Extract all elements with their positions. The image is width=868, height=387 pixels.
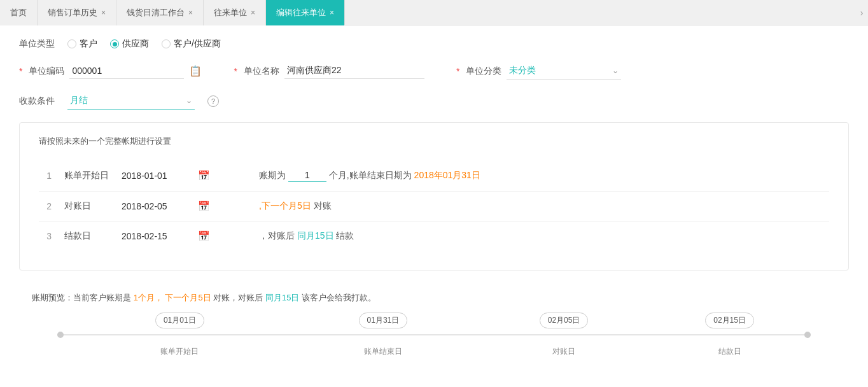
step-3-num: 3 xyxy=(39,222,58,251)
step-3-highlight: 同月15日 xyxy=(297,230,334,241)
timeline-node-1: 01月01日 账单开始日 xyxy=(155,313,204,357)
panel-title: 请按照未来的一个完整帐期进行设置 xyxy=(39,136,829,147)
tab-partner-units-label: 往来单位 xyxy=(214,7,247,18)
step-2-date: 2018-02-05 xyxy=(115,192,192,222)
step-1-label: 账单开始日 xyxy=(58,160,115,192)
timeline-node-4-label: 结款日 xyxy=(718,346,741,357)
unit-name-label: 单位名称 xyxy=(244,66,279,77)
payment-condition-value: 月结 xyxy=(70,95,183,106)
payment-condition-row: 收款条件 月结 ⌄ ? xyxy=(19,92,849,109)
tab-partner-units-close[interactable]: × xyxy=(251,8,255,17)
preview-middle2: 对账，对账后 xyxy=(213,293,263,302)
unit-category-group: * 单位分类 未分类 ⌄ xyxy=(456,62,621,80)
timeline-node-2: 01月31日 账单结束日 xyxy=(359,313,408,357)
step-1-end-date: 2018年01月31日 xyxy=(414,170,480,180)
step-1-calendar-icon[interactable]: 📅 xyxy=(198,170,210,181)
unit-code-input[interactable] xyxy=(69,63,184,79)
step-2-calendar-icon[interactable]: 📅 xyxy=(198,201,210,211)
unit-code-required: * xyxy=(19,66,22,76)
preview-highlight1: 1个月， xyxy=(134,293,163,302)
step-1-desc-after: 个月,账单结束日期为 xyxy=(329,170,412,180)
timeline-line: 01月01日 账单开始日 01月31日 账单结束日 02月05日 对账日 02月… xyxy=(57,325,811,344)
tab-sales-history-close[interactable]: × xyxy=(101,8,106,17)
payment-condition-dropdown[interactable]: 月结 ⌄ xyxy=(67,92,195,109)
unit-category-arrow-icon: ⌄ xyxy=(612,66,619,75)
payment-help-icon[interactable]: ? xyxy=(207,95,219,107)
preview-section: 账期预览：当前客户账期是 1个月， 下一个月5日 对账，对账后 同月15日 该客… xyxy=(19,283,849,313)
radio-supplier-label: 供应商 xyxy=(122,38,149,50)
unit-category-value: 未分类 xyxy=(509,65,610,76)
step-2-desc-after: 对账 xyxy=(314,201,332,211)
step-1-month-input[interactable] xyxy=(288,169,326,182)
tab-cash-work-label: 钱货日清工作台 xyxy=(127,7,185,18)
unit-category-label: 单位分类 xyxy=(466,66,501,77)
step-1-row: 1 账单开始日 2018-01-01 📅 账期为 个月,账单结束日期为 2018… xyxy=(39,160,829,192)
unit-name-required: * xyxy=(234,66,237,76)
timeline-node-2-label: 账单结束日 xyxy=(364,346,402,357)
radio-customer-circle xyxy=(67,39,76,48)
preview-prefix: 账期预览：当前客户账期是 xyxy=(32,293,131,302)
content-area: 单位类型 客户 供应商 客户/供应商 * 单位编码 📋 * 单位名称 xyxy=(0,25,868,387)
tab-edit-partner-label: 编辑往来单位 xyxy=(276,7,326,18)
step-1-desc: 账期为 个月,账单结束日期为 2018年01月31日 xyxy=(253,160,829,192)
tab-cash-work-close[interactable]: × xyxy=(188,8,193,17)
timeline-node-4: 02月15日 结款日 xyxy=(705,313,754,357)
radio-customer-label: 客户 xyxy=(80,38,97,50)
unit-details-row: * 单位编码 📋 * 单位名称 * 单位分类 未分类 ⌄ xyxy=(19,62,849,80)
unit-category-dropdown[interactable]: 未分类 ⌄ xyxy=(507,62,621,80)
unit-code-label: 单位编码 xyxy=(29,66,64,77)
step-1-date: 2018-01-01 xyxy=(115,160,192,192)
tab-expand-button[interactable]: › xyxy=(855,8,868,18)
preview-highlight2: 同月15日 xyxy=(265,293,299,302)
step-3-desc-after: 结款 xyxy=(336,230,354,241)
payment-dropdown-arrow-icon: ⌄ xyxy=(186,96,192,105)
radio-group-unit-type: 客户 供应商 客户/供应商 xyxy=(67,38,221,50)
step-3-label: 结款日 xyxy=(58,222,115,251)
step-2-row: 2 对账日 2018-02-05 📅 ,下一个月5日 对账 xyxy=(39,192,829,222)
step-3-date: 2018-02-15 xyxy=(115,222,192,251)
radio-supplier-circle xyxy=(110,39,119,48)
steps-table: 1 账单开始日 2018-01-01 📅 账期为 个月,账单结束日期为 2018… xyxy=(39,160,829,251)
step-2-highlight: ,下一个月5日 xyxy=(259,201,311,211)
tab-home[interactable]: 首页 xyxy=(0,0,38,25)
tab-edit-partner-close[interactable]: × xyxy=(330,8,334,17)
radio-both-label: 客户/供应商 xyxy=(174,38,221,50)
unit-type-label: 单位类型 xyxy=(19,38,55,50)
tab-sales-history-label: 销售订单历史 xyxy=(48,7,97,18)
radio-supplier[interactable]: 供应商 xyxy=(110,38,149,50)
tab-edit-partner[interactable]: 编辑往来单位 × xyxy=(266,0,345,25)
step-2-num: 2 xyxy=(39,192,58,222)
radio-both-circle xyxy=(162,39,171,48)
timeline-node-3: 02月05日 对账日 xyxy=(540,313,589,357)
timeline-node-2-bubble: 01月31日 xyxy=(359,313,408,328)
unit-name-input[interactable] xyxy=(284,63,424,79)
timeline-node-1-bubble: 01月01日 xyxy=(155,313,204,328)
timeline-node-3-bubble: 02月05日 xyxy=(540,313,589,328)
step-3-row: 3 结款日 2018-02-15 📅 ，对账后 同月15日 结款 xyxy=(39,222,829,251)
step-2-label: 对账日 xyxy=(58,192,115,222)
unit-code-group: * 单位编码 📋 xyxy=(19,63,202,79)
unit-code-copy-icon[interactable]: 📋 xyxy=(189,65,202,77)
radio-both[interactable]: 客户/供应商 xyxy=(162,38,221,50)
preview-suffix: 该客户会给我打款。 xyxy=(302,293,376,302)
radio-customer[interactable]: 客户 xyxy=(67,38,97,50)
preview-middle: 下一个月5日 xyxy=(165,293,211,302)
step-2-desc: ,下一个月5日 对账 xyxy=(253,192,829,222)
timeline-node-3-label: 对账日 xyxy=(552,346,575,357)
timeline-node-1-label: 账单开始日 xyxy=(160,346,199,357)
timeline-left-dot xyxy=(57,332,64,338)
unit-type-row: 单位类型 客户 供应商 客户/供应商 xyxy=(19,38,849,50)
timeline-right-dot xyxy=(804,332,811,338)
tab-bar: 首页 销售订单历史 × 钱货日清工作台 × 往来单位 × 编辑往来单位 × › xyxy=(0,0,868,25)
step-3-desc-before: ，对账后 xyxy=(259,230,295,241)
unit-name-group: * 单位名称 xyxy=(234,63,424,79)
settings-panel: 请按照未来的一个完整帐期进行设置 1 账单开始日 2018-01-01 📅 账期… xyxy=(19,122,849,271)
tab-sales-history[interactable]: 销售订单历史 × xyxy=(38,0,116,25)
tab-cash-work[interactable]: 钱货日清工作台 × xyxy=(116,0,204,25)
step-3-calendar-icon[interactable]: 📅 xyxy=(198,230,210,241)
tab-partner-units[interactable]: 往来单位 × xyxy=(204,0,266,25)
step-3-desc: ，对账后 同月15日 结款 xyxy=(253,222,829,251)
timeline-node-4-bubble: 02月15日 xyxy=(705,313,754,328)
step-1-desc-before: 账期为 xyxy=(259,170,286,180)
timeline-section: 01月01日 账单开始日 01月31日 账单结束日 02月05日 对账日 02月… xyxy=(19,319,849,363)
